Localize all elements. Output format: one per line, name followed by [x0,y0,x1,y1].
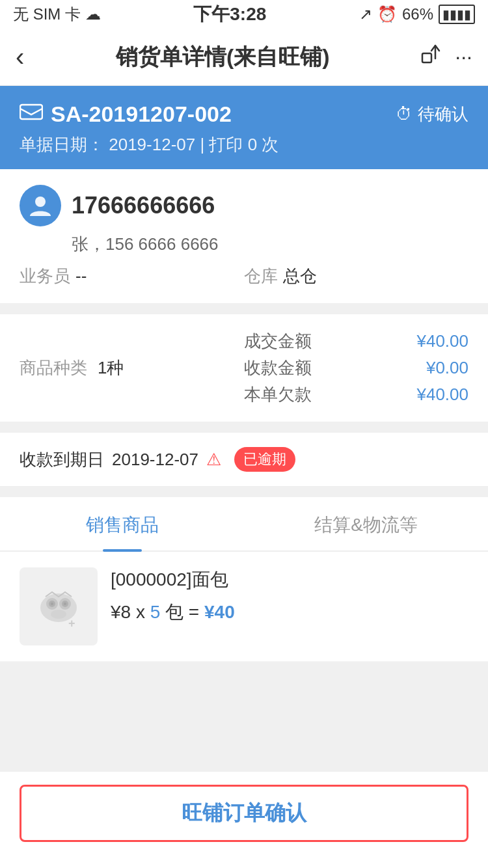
unit: 包 [165,602,183,622]
warehouse-item: 仓库 总仓 [244,265,468,288]
product-type-value: 1种 [98,357,124,379]
status-bar-left: 无 SIM 卡 ☁ [13,4,101,25]
alarm-icon: ⏰ [377,5,397,23]
page-title: 销货单详情(来自旺铺) [116,42,330,72]
collection-row: 收款金额 ¥0.00 [244,357,468,379]
customer-card: 17666666666 张，156 6666 6666 业务员 -- 仓库 总仓 [0,169,488,304]
product-info: [0000002]面包 ¥8 x 5 包 = ¥40 [111,567,468,625]
product-name: [0000002]面包 [111,567,468,592]
confirm-button[interactable]: 旺铺订单确认 [20,785,468,842]
svg-rect-2 [20,105,42,119]
sim-status: 无 SIM 卡 ☁ [13,4,101,25]
clock-icon: ⏱ [396,104,413,124]
svg-rect-0 [422,53,431,62]
warehouse-value: 总仓 [283,265,317,288]
transaction-label: 成交金额 [244,330,312,353]
salesperson-label: 业务员 [20,265,70,288]
unit-price: ¥8 [111,602,131,622]
battery-icon: ▮▮▮▮ [439,5,475,24]
customer-meta: 业务员 -- 仓库 总仓 [20,265,468,288]
product-type-section: 商品种类 1种 [20,330,244,406]
svg-point-3 [35,197,46,207]
transaction-row: 成交金额 ¥40.00 [244,330,468,353]
arrears-row: 本单欠款 ¥40.00 [244,383,468,406]
location-icon: ↗ [359,5,372,23]
order-header-top: SA-20191207-002 ⏱ 待确认 [20,102,468,127]
product-list: + [0000002]面包 ¥8 x 5 包 = ¥40 [0,552,488,662]
svg-point-9 [51,603,53,605]
status-bar-time: 下午3:28 [193,2,266,27]
customer-phone: 17666666666 [72,192,215,219]
transaction-value: ¥40.00 [416,331,468,351]
summary-card: 商品种类 1种 成交金额 ¥40.00 收款金额 ¥0.00 本单欠款 ¥40.… [0,314,488,422]
warning-icon: ⚠ [206,450,221,470]
product-item: + [0000002]面包 ¥8 x 5 包 = ¥40 [0,552,488,662]
order-status: ⏱ 待确认 [396,103,468,126]
multiply-sign: x [136,602,150,622]
salesperson-item: 业务员 -- [20,265,244,288]
due-date-value: 2019-12-07 [112,450,198,470]
product-thumbnail: + [20,567,98,645]
tabs-bar: 销售商品 结算&物流等 [0,497,488,552]
arrears-value: ¥40.00 [416,385,468,405]
customer-info-top: 17666666666 [20,185,468,226]
back-button[interactable]: ‹ [16,42,24,72]
arrears-label: 本单欠款 [244,383,312,406]
status-bar: 无 SIM 卡 ☁ 下午3:28 ↗ ⏰ 66% ▮▮▮▮ [0,0,488,29]
due-date-label: 收款到期日 [20,448,104,471]
svg-point-11 [51,610,66,619]
salesperson-value: -- [75,266,87,286]
order-number: SA-20191207-002 [51,102,232,127]
product-price-line: ¥8 x 5 包 = ¥40 [111,600,468,625]
tab-products[interactable]: 销售商品 [0,497,244,550]
status-label: 待确认 [418,103,468,126]
bottom-bar: 旺铺订单确认 [0,771,488,868]
collection-label: 收款金额 [244,357,312,379]
battery-level: 66% [402,5,433,23]
nav-bar-left: ‹ [16,42,24,72]
overdue-badge: 已逾期 [234,447,295,472]
product-type-label: 商品种类 [20,357,87,379]
nav-bar-right: ··· [421,44,472,70]
collection-value: ¥0.00 [426,358,468,378]
nav-bar: ‹ 销货单详情(来自旺铺) ··· [0,29,488,86]
warehouse-label: 仓库 [244,265,278,288]
equals-sign: = [189,602,204,622]
quantity: 5 [150,602,161,622]
due-date-card: 收款到期日 2019-12-07 ⚠ 已逾期 [0,433,488,487]
share-button[interactable] [421,44,442,70]
tab-settlement[interactable]: 结算&物流等 [244,497,488,550]
svg-point-10 [64,603,66,605]
amount-section: 成交金额 ¥40.00 收款金额 ¥0.00 本单欠款 ¥40.00 [244,330,468,406]
order-header: SA-20191207-002 ⏱ 待确认 单据日期： 2019-12-07 |… [0,86,488,169]
customer-name: 张，156 6666 6666 [20,233,468,256]
svg-text:+: + [68,617,75,630]
bottom-spacer [0,662,488,779]
total-price: ¥40 [204,602,235,622]
order-date: 单据日期： 2019-12-07 | 打印 0 次 [20,133,468,156]
more-button[interactable]: ··· [455,45,472,69]
avatar [20,185,61,226]
status-bar-right: ↗ ⏰ 66% ▮▮▮▮ [359,5,475,24]
